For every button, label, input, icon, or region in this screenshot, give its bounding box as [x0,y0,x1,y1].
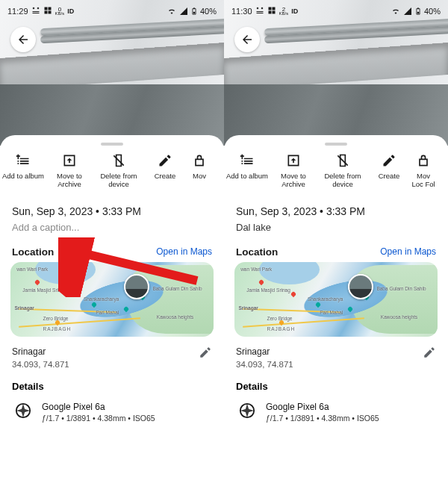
lock-icon [416,153,431,168]
tools-icon [255,6,264,16]
aperture-icon [15,402,31,419]
action-label: Create [379,172,400,181]
svg-rect-0 [193,12,196,13]
archive-icon [62,153,77,168]
edit-location-button[interactable] [199,346,212,362]
aperture-icon [239,402,255,419]
battery-icon [190,7,198,16]
info-sheet[interactable]: Add to album Move to Archive Delete from… [224,135,448,495]
move-to-locked-button[interactable]: Mov Loc Fol [411,153,436,189]
grid-icon [43,6,52,16]
action-label: Move to Archive [45,172,94,189]
action-row: Add to album Move to Archive Delete from… [0,153,224,201]
lock-icon [192,153,207,168]
create-button[interactable]: Create [143,153,187,189]
wifi-icon [167,7,177,16]
signal-icon [403,7,412,16]
photo-datetime: Sun, Sep 3, 2023 • 3:33 PM [0,201,224,220]
photo-preview[interactable] [0,0,224,146]
action-row: Add to album Move to Archive Delete from… [224,153,448,201]
delete-from-device-button[interactable]: Delete from device [94,153,143,189]
archive-icon [286,153,301,168]
status-bar: 11:29 0 KB/s ID 40% [0,3,224,19]
device-info: Google Pixel 6a ƒ/1.7 • 1/3891 • 4.38mm … [0,395,224,423]
grid-icon [267,6,276,16]
pencil-icon [423,346,436,359]
device-meta: ƒ/1.7 • 1/3891 • 4.38mm • ISO65 [42,413,155,423]
action-label: Mov Loc Fol [411,172,436,189]
device-name: Google Pixel 6a [266,401,379,413]
arrow-back-icon [16,33,30,46]
device-name: Google Pixel 6a [42,401,155,413]
open-in-maps-link[interactable]: Open in Maps [380,246,436,257]
back-button[interactable] [10,27,36,52]
back-button[interactable] [234,27,260,52]
action-label: Move to Archive [269,172,318,189]
open-in-maps-link[interactable]: Open in Maps [156,246,212,257]
location-label: Location [236,246,278,258]
delete-device-icon [335,153,350,168]
location-label: Location [12,246,54,258]
edit-location-button[interactable] [423,346,436,362]
status-battery: 40% [200,7,217,16]
location-map[interactable]: wan Wari Park Jamia Masjid Srinag Srinag… [234,262,438,337]
id-icon: ID [67,7,74,15]
location-map[interactable]: wan Wari Park Jamia Masjid Srinag Srinag… [10,262,214,337]
status-battery: 40% [424,7,441,16]
signal-icon [179,7,188,16]
location-coords: 34.093, 74.871 [236,358,293,370]
pencil-icon [199,346,212,359]
drag-handle[interactable] [325,143,347,146]
create-icon [158,153,172,168]
create-button[interactable]: Create [367,153,411,189]
location-place: Srinagar [236,346,293,358]
tools-icon [31,6,40,16]
details-label: Details [224,379,448,395]
photo-preview[interactable] [224,0,448,146]
action-label: Add to album [2,172,44,181]
location-coords: 34.093, 74.871 [12,358,69,370]
battery-icon [414,7,422,16]
map-photo-thumb [124,274,149,299]
info-sheet[interactable]: Add to album Move to Archive Delete from… [0,135,224,495]
action-label: Mov [193,172,206,181]
photo-datetime: Sun, Sep 3, 2023 • 3:33 PM [224,201,448,220]
wifi-icon [391,7,401,16]
action-label: Delete from device [318,172,367,189]
create-icon [382,153,396,168]
arrow-back-icon [240,33,254,46]
action-label: Delete from device [94,172,143,189]
status-time: 11:30 [231,7,252,16]
location-place: Srinagar [12,346,69,358]
add-to-album-button[interactable]: Add to album [1,153,45,189]
phone-left: 11:29 0 KB/s ID 40% [0,0,224,495]
add-to-album-icon [240,153,255,168]
caption-input[interactable]: Dal lake [224,220,448,246]
caption-input[interactable]: Add a caption... [0,220,224,246]
svg-rect-2 [417,12,420,13]
delete-from-device-button[interactable]: Delete from device [318,153,367,189]
status-net-unit: KB/s [55,12,65,16]
status-time: 11:29 [7,7,28,16]
action-label: Add to album [226,172,268,181]
move-to-archive-button[interactable]: Move to Archive [45,153,94,189]
drag-handle[interactable] [101,143,123,146]
phone-right: 11:30 2 KB/s ID 40% [224,0,448,495]
delete-device-icon [111,153,126,168]
move-to-archive-button[interactable]: Move to Archive [269,153,318,189]
map-photo-thumb [348,274,373,299]
move-to-locked-button[interactable]: Mov [187,153,212,189]
action-label: Create [155,172,176,181]
add-to-album-icon [16,153,31,168]
add-to-album-button[interactable]: Add to album [225,153,269,189]
device-meta: ƒ/1.7 • 1/3891 • 4.38mm • ISO65 [266,413,379,423]
status-bar: 11:30 2 KB/s ID 40% [224,3,448,19]
status-net-unit: KB/s [279,12,289,16]
device-info: Google Pixel 6a ƒ/1.7 • 1/3891 • 4.38mm … [224,395,448,423]
details-label: Details [0,379,224,395]
id-icon: ID [291,7,298,15]
